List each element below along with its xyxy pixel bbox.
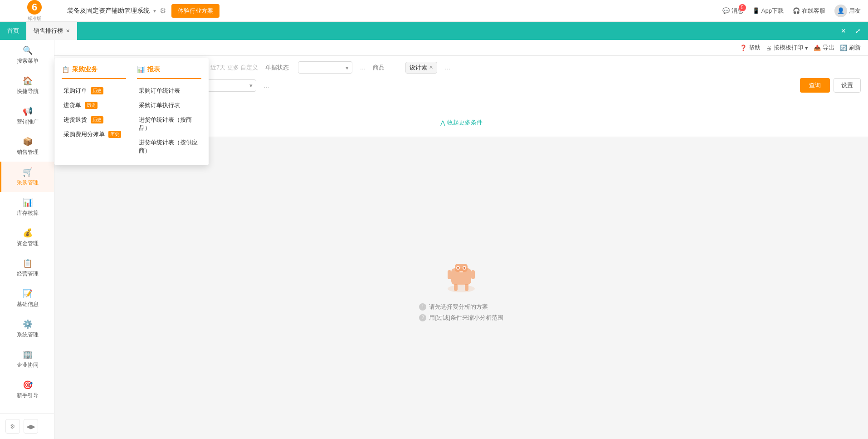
help-btn[interactable]: ❓ 帮助 [740, 44, 761, 52]
sales-icon: 📦 [23, 137, 33, 147]
tab-maximize-btn[interactable]: ⤢ [852, 25, 864, 37]
refresh-btn[interactable]: 🔄 刷新 [840, 44, 861, 52]
marketing-icon: 📢 [23, 106, 33, 116]
sidebar-item-inventory[interactable]: 📊 库存核算 [0, 192, 54, 222]
svg-point-6 [463, 267, 465, 269]
message-badge: 5 [739, 4, 746, 11]
logo-area: 6 标准版 [7, 0, 62, 22]
salesperson-dots[interactable]: … [262, 82, 271, 89]
bill-status-dots[interactable]: … [358, 64, 367, 71]
tab-close-icon[interactable]: ✕ [66, 28, 70, 34]
sidebar-item-system[interactable]: ⚙️ 系统管理 [0, 314, 54, 344]
finance-icon: 💰 [23, 228, 33, 238]
user-item[interactable]: 👤 用友 [834, 5, 861, 17]
content-area: 📋 采购业务 采购订单 历史 进货单 历史 进货退货 历史 采购费用分摊单 [54, 40, 868, 439]
report-col-icon: 📊 [137, 66, 145, 73]
sidebar-item-basic-info[interactable]: 📝 基础信息 [0, 283, 54, 314]
phone-icon: 📱 [752, 7, 760, 14]
tabs-bar: 首页 销售排行榜 ✕ ✕ ⤢ [0, 22, 868, 40]
sidebar-item-purchase-label: 采购管理 [17, 179, 39, 187]
dropdown-item-stock-by-goods[interactable]: 进货单统计表（按商品） [137, 113, 201, 135]
svg-point-0 [448, 285, 475, 292]
svg-rect-10 [454, 284, 458, 291]
dropdown-col-report-title: 📊 报表 [137, 65, 201, 79]
collapse-btn[interactable]: ⋀ 收起更多条件 [435, 116, 488, 129]
system-name: 装备及固定资产辅助管理系统 [67, 7, 150, 15]
salesperson-select-wrap [202, 79, 256, 92]
print-btn[interactable]: 🖨 按模板打印 ▾ [766, 44, 808, 52]
app-download-item[interactable]: 📱 App下载 [752, 7, 784, 15]
toolbar-row: ❓ 帮助 🖨 按模板打印 ▾ 📤 导出 🔄 刷新 [54, 40, 868, 56]
message-item[interactable]: 💬 消息 5 [722, 7, 743, 15]
svg-rect-11 [465, 284, 468, 291]
operations-icon: 📋 [23, 258, 33, 268]
empty-robot-icon [439, 255, 484, 296]
goods-tag-close[interactable]: ✕ [429, 64, 433, 70]
enterprise-icon: 🏢 [23, 350, 33, 360]
home-icon: 🏠 [23, 76, 33, 86]
sidebar-item-enterprise[interactable]: 🏢 企业协同 [0, 344, 54, 375]
sidebar-item-search[interactable]: 🔍 搜索菜单 [0, 40, 54, 70]
dropdown-item-stock-in[interactable]: 进货单 历史 [62, 98, 126, 113]
sidebar-item-operations[interactable]: 📋 经营管理 [0, 253, 54, 283]
tab-home-label: 首页 [7, 27, 19, 35]
top-right: 💬 消息 5 📱 App下载 🎧 在线客服 👤 用友 [722, 5, 861, 17]
date-more-dots[interactable]: 近7天 更多 自定义 [209, 64, 260, 72]
tab-sales-rank-label: 销售排行榜 [34, 27, 63, 35]
sidebar-item-finance[interactable]: 💰 资金管理 [0, 222, 54, 253]
dropdown-item-return[interactable]: 进货退货 历史 [62, 113, 126, 127]
dropdown-col-business: 📋 采购业务 采购订单 历史 进货单 历史 进货退货 历史 采购费用分摊单 [62, 65, 126, 158]
search-icon: 🔍 [23, 45, 33, 55]
return-label: 进货退货 [63, 116, 87, 124]
tab-sales-rank[interactable]: 销售排行榜 ✕ [26, 22, 77, 40]
sidebar-item-operations-label: 经营管理 [17, 270, 39, 278]
help-label: 帮助 [749, 44, 761, 52]
bill-status-select[interactable] [298, 61, 352, 74]
dropdown-col-report: 📊 报表 采购订单统计表 采购订单执行表 进货单统计表（按商品） 进货单统计表（… [137, 65, 201, 158]
app-download-label: App下载 [761, 7, 784, 15]
bill-status-label: 单据状态 [265, 64, 293, 72]
export-btn[interactable]: 📤 导出 [814, 44, 834, 52]
system-dropdown-icon[interactable]: ▾ [153, 8, 156, 14]
goods-tag: 设计素 ✕ [405, 62, 437, 74]
gear-icon[interactable]: ⚙ [160, 6, 166, 15]
order-exec-label: 采购订单执行表 [139, 101, 180, 109]
export-icon: 📤 [814, 44, 821, 51]
query-btn[interactable]: 查询 [800, 78, 830, 93]
inventory-icon: 📊 [23, 197, 33, 207]
sidebar-item-enterprise-label: 企业协同 [17, 361, 39, 369]
industry-btn[interactable]: 体验行业方案 [171, 4, 219, 18]
dropdown-item-cost-spread[interactable]: 采购费用分摊单 历史 [62, 127, 126, 142]
empty-hint-1: 1 请先选择要分析的方案 [419, 303, 503, 311]
headset-icon: 🎧 [793, 7, 800, 14]
salesperson-select[interactable] [202, 79, 256, 92]
bill-status-select-wrap [298, 61, 352, 74]
sidebar-item-sales[interactable]: 📦 销售管理 [0, 131, 54, 162]
hint-2-text: 用[过滤]条件来缩小分析范围 [429, 314, 503, 322]
dropdown-item-stock-by-supplier[interactable]: 进货单统计表（按供应商） [137, 135, 201, 158]
goods-dots[interactable]: … [443, 64, 452, 71]
sidebar-item-purchase[interactable]: 🛒 采购管理 [0, 162, 54, 192]
export-label: 导出 [823, 44, 834, 52]
dropdown-item-order-exec[interactable]: 采购订单执行表 [137, 98, 201, 113]
print-icon: 🖨 [766, 44, 772, 51]
sidebar-collapse-btn[interactable]: ◀▶ [24, 419, 38, 434]
sidebar-settings-btn[interactable]: ⚙ [5, 419, 20, 434]
step-num-1: 1 [419, 303, 426, 311]
setting-btn[interactable]: 设置 [834, 78, 861, 93]
sidebar: 🔍 搜索菜单 🏠 快捷导航 📢 营销推广 📦 销售管理 🛒 采购管理 📊 库存核… [0, 40, 54, 439]
history-badge-3: 历史 [108, 131, 121, 138]
online-service-item[interactable]: 🎧 在线客服 [793, 7, 825, 15]
dropdown-item-order-stat[interactable]: 采购订单统计表 [137, 84, 201, 98]
system-icon: ⚙️ [23, 319, 33, 329]
sidebar-item-quick-nav[interactable]: 🏠 快捷导航 [0, 70, 54, 101]
sidebar-item-guide[interactable]: 🎯 新手引导 [0, 375, 54, 405]
stock-by-goods-label: 进货单统计表（按商品） [139, 116, 200, 132]
purchase-dropdown-menu: 📋 采购业务 采购订单 历史 进货单 历史 进货退货 历史 采购费用分摊单 [54, 58, 209, 165]
tab-close-window-btn[interactable]: ✕ [837, 25, 850, 37]
dropdown-item-purchase-order[interactable]: 采购订单 历史 [62, 84, 126, 98]
sidebar-item-quick-nav-label: 快捷导航 [17, 88, 39, 95]
user-label: 用友 [849, 7, 861, 15]
tab-home[interactable]: 首页 [0, 22, 26, 40]
sidebar-item-marketing[interactable]: 📢 营销推广 [0, 101, 54, 131]
